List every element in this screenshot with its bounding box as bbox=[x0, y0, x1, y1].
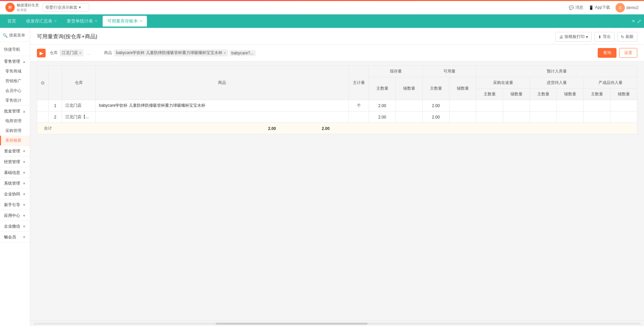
sidebar-section-finance-header[interactable]: 资金管理 ▼ bbox=[0, 146, 30, 156]
chevron-down-icon-9: ▼ bbox=[22, 225, 26, 228]
product-tag-1: babycare学饮杯 儿童防摔防撞吸管杯重力球吸嘴杯宝宝水杯 × bbox=[114, 49, 228, 56]
tab-close-all-icon[interactable]: × bbox=[632, 18, 635, 24]
th-stock-main: 主数量 bbox=[369, 77, 396, 100]
page-header: 可用量查询(按仓库+商品) 🖨 按模板打印 ▾ ⬇ 导出 ↻ 刷新 bbox=[30, 28, 644, 45]
chevron-down-icon: ▾ bbox=[79, 5, 81, 10]
sidebar: 🔍 搜索菜单 快捷导航 零售管理 ▲ 零售商城 营销推广 会员中心 零售统计 批… bbox=[0, 28, 30, 326]
sidebar-section-enterprise-header[interactable]: 企业协同 ▼ bbox=[0, 189, 30, 199]
app-download-btn[interactable]: 📱 App下载 bbox=[589, 5, 610, 10]
th-incoming-aux: 辅数量 bbox=[557, 89, 584, 100]
sidebar-section-retail: 零售管理 ▲ 零售商城 营销推广 会员中心 零售统计 bbox=[0, 56, 30, 106]
sidebar-item-retail-stats[interactable]: 零售统计 bbox=[0, 96, 30, 105]
chevron-down-icon-5: ▼ bbox=[22, 182, 26, 185]
tab-available-stock[interactable]: 可用量库存账本 × bbox=[103, 16, 147, 27]
td-settings-1 bbox=[37, 100, 49, 111]
sidebar-section-basic-header[interactable]: 基础信息 ▼ bbox=[0, 167, 30, 178]
chevron-down-icon-6: ▼ bbox=[22, 192, 26, 196]
template-print-btn[interactable]: 🖨 按模板打印 ▾ bbox=[555, 32, 592, 42]
sidebar-section-basic: 基础信息 ▼ bbox=[0, 167, 30, 178]
filter-warehouse-group: 仓库 江北门店 × ... bbox=[50, 49, 100, 56]
footer-stock-main: 2.00 bbox=[259, 126, 285, 131]
sidebar-section-wechat-header[interactable]: 企业微信 ▼ bbox=[0, 221, 30, 231]
th-stock-group: 现存量 bbox=[369, 66, 423, 77]
scroll-thumb[interactable] bbox=[216, 323, 368, 325]
sidebar-quick-nav[interactable]: 快捷导航 bbox=[0, 43, 30, 56]
logo-text: 畅捷通好生意 bbox=[17, 3, 39, 7]
sidebar-item-retail-mall[interactable]: 零售商城 bbox=[0, 66, 30, 76]
table-row: 1 江北门店 babycare学饮杯 儿童防摔防撞吸管杯重力球吸嘴杯宝宝水杯 个… bbox=[37, 100, 637, 111]
message-btn[interactable]: 💬 消息 bbox=[569, 5, 583, 10]
filter-toggle-btn[interactable]: ▶ bbox=[37, 49, 46, 57]
sidebar-section-ops-header[interactable]: 经营管理 ▼ bbox=[0, 156, 30, 167]
sidebar-item-marketing[interactable]: 营销推广 bbox=[0, 76, 30, 86]
sidebar-item-ecommerce[interactable]: 电商管理 bbox=[0, 116, 30, 126]
export-btn[interactable]: ⬇ 导出 bbox=[594, 32, 614, 42]
top-bar: 好 畅捷通好生意 标准版 母婴行业演示账套 ▾ 💬 消息 📱 App下载 E d… bbox=[0, 1, 644, 14]
horizontal-scrollbar[interactable] bbox=[34, 323, 641, 325]
td-purchase-aux-1 bbox=[503, 100, 530, 111]
refresh-label: 刷新 bbox=[626, 34, 634, 40]
query-btn[interactable]: 查询 bbox=[598, 48, 616, 58]
sidebar-item-inventory[interactable]: 库存核算 bbox=[0, 136, 30, 145]
template-print-label: 按模板打印 bbox=[565, 34, 585, 40]
industry-selector[interactable]: 母婴行业演示账套 ▾ bbox=[42, 3, 89, 12]
sidebar-item-member-center[interactable]: 会员中心 bbox=[0, 86, 30, 96]
tab-receivables[interactable]: 收发存汇总表 × bbox=[21, 16, 61, 27]
td-product-2 bbox=[96, 111, 349, 123]
user-avatar-btn[interactable]: E demo2 bbox=[615, 3, 639, 12]
logo-text-block: 畅捷通好生意 标准版 bbox=[17, 3, 39, 12]
td-stock-main-1: 2.00 bbox=[369, 100, 396, 111]
warehouse-tag-text: 江北门店 bbox=[62, 50, 78, 56]
th-production-aux: 辅数量 bbox=[610, 89, 637, 100]
warehouse-tag-remove[interactable]: × bbox=[79, 51, 82, 55]
chevron-down-icon-2: ▼ bbox=[22, 149, 26, 153]
sidebar-section-retail-header[interactable]: 零售管理 ▲ bbox=[0, 56, 30, 66]
tab-home[interactable]: 首页 bbox=[3, 16, 21, 27]
td-incoming-aux-1 bbox=[557, 100, 584, 111]
warehouse-filter-label: 仓库 bbox=[50, 50, 58, 56]
message-label: 消息 bbox=[575, 5, 583, 10]
sidebar-section-retail-label: 零售管理 bbox=[4, 59, 20, 64]
warehouse-more-icon[interactable]: ... bbox=[85, 50, 92, 56]
sidebar-section-appcenter-label: 应用中心 bbox=[4, 213, 20, 219]
sidebar-section-sys-label: 系统管理 bbox=[4, 181, 20, 186]
th-incoming-main: 主数量 bbox=[530, 89, 557, 100]
th-available-aux: 辅数量 bbox=[449, 77, 476, 100]
refresh-btn[interactable]: ↻ 刷新 bbox=[617, 32, 637, 42]
tab-receivables-close[interactable]: × bbox=[54, 19, 57, 24]
export-icon: ⬇ bbox=[598, 35, 601, 39]
print-icon: 🖨 bbox=[559, 35, 563, 39]
sidebar-section-sys-header[interactable]: 系统管理 ▼ bbox=[0, 178, 30, 188]
sidebar-section-wholesale-header[interactable]: 批发管理 ▲ bbox=[0, 106, 30, 116]
tab-order-stats-close[interactable]: × bbox=[95, 19, 97, 24]
table-area: ⚙ 仓库 商品 主计量 现存量 可用量 预计入库量 主数量 辅数量 主数量 bbox=[30, 61, 644, 321]
logo-sub: 标准版 bbox=[17, 8, 39, 12]
sidebar-section-appcenter-header[interactable]: 应用中心 ▼ bbox=[0, 210, 30, 221]
sidebar-item-procurement[interactable]: 采购管理 bbox=[0, 126, 30, 136]
tab-expand-icon[interactable]: ⤢ bbox=[637, 18, 641, 25]
td-available-aux-1 bbox=[449, 100, 476, 111]
sidebar-nav-link[interactable]: 快捷导航 bbox=[0, 45, 30, 54]
th-purchase-aux: 辅数量 bbox=[503, 89, 530, 100]
setting-btn[interactable]: 设置 bbox=[619, 48, 637, 58]
th-unit: 主计量 bbox=[349, 66, 369, 100]
chevron-down-icon-8: ▼ bbox=[22, 214, 26, 218]
th-product: 商品 bbox=[96, 66, 349, 100]
tab-order-stats[interactable]: 要货单统计表 × bbox=[62, 16, 102, 27]
sidebar-section-finance-label: 资金管理 bbox=[4, 148, 20, 154]
sidebar-section-newbie-header[interactable]: 新手引导 ▼ bbox=[0, 199, 30, 210]
industry-selector-text: 母婴行业演示账套 bbox=[45, 5, 77, 10]
th-warehouse: 仓库 bbox=[62, 66, 96, 100]
refresh-icon: ↻ bbox=[621, 35, 624, 39]
tab-available-stock-close[interactable]: × bbox=[140, 19, 142, 24]
product-tag-1-remove[interactable]: × bbox=[224, 51, 226, 55]
warehouse-tag-container: 江北门店 × ... bbox=[60, 49, 100, 56]
td-settings-2 bbox=[37, 111, 49, 123]
message-icon: 💬 bbox=[569, 5, 574, 10]
sidebar-section-member-header[interactable]: 畅会员 ▼ bbox=[0, 232, 30, 242]
sidebar-section-ops-label: 经营管理 bbox=[4, 159, 20, 165]
sidebar-section-newbie: 新手引导 ▼ bbox=[0, 199, 30, 210]
gear-icon[interactable]: ⚙ bbox=[41, 80, 45, 86]
sidebar-search[interactable]: 🔍 搜索菜单 bbox=[0, 31, 30, 42]
warehouse-tag: 江北门店 × bbox=[60, 49, 84, 56]
